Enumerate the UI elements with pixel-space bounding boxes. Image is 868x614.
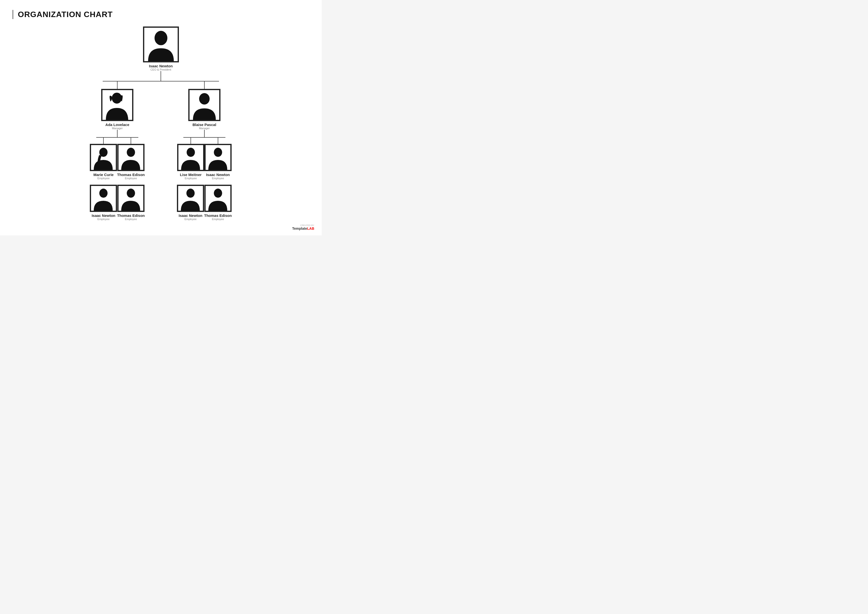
isaac-photo-ada-r2 bbox=[90, 185, 117, 212]
blaise-name: Blaise Pascal bbox=[192, 123, 216, 127]
svg-point-4 bbox=[99, 189, 108, 198]
thomas-photo-ada-r1 bbox=[117, 144, 144, 171]
marie-branch: Marie Curie Employee bbox=[90, 138, 117, 180]
marie-node: Marie Curie Employee bbox=[90, 144, 117, 180]
blaise-children-row2: Isaac Newton Employee bbox=[177, 185, 232, 221]
thomas-branch-ada-r2: Thomas Edison Employee bbox=[117, 185, 145, 221]
watermark: CREATED BY TemplateLAB bbox=[292, 224, 314, 230]
thomas-node-ada-r1: Thomas Edison Employee bbox=[117, 144, 145, 180]
isaac-photo-blaise-r1 bbox=[205, 144, 232, 171]
lise-node: Lise Meitner Employee bbox=[177, 144, 205, 180]
svg-point-3 bbox=[127, 148, 135, 157]
lise-photo bbox=[177, 144, 205, 171]
svg-point-9 bbox=[186, 189, 194, 198]
thomas-role-ada-r2: Employee bbox=[125, 218, 137, 221]
isaac-node-ada-r2: Isaac Newton Employee bbox=[90, 185, 117, 221]
thomas-branch-blaise-r2: Thomas Edison Employee bbox=[204, 185, 232, 221]
thomas-node-blaise-r2: Thomas Edison Employee bbox=[204, 185, 232, 221]
ada-v-connector bbox=[117, 81, 118, 89]
isaac-branch-ada-r2: Isaac Newton Employee bbox=[90, 185, 117, 221]
isaac-name-blaise-r1: Isaac Newton bbox=[206, 173, 230, 177]
isaac-branch-blaise-r1: Isaac Newton Employee bbox=[205, 138, 232, 180]
thomas-role-ada-r1: Employee bbox=[125, 177, 137, 180]
blaise-node: Blaise Pascal Manager bbox=[188, 89, 220, 130]
ceo-name: Isaac Newton bbox=[149, 64, 173, 68]
ada-name: Ada Lovelace bbox=[105, 123, 129, 127]
isaac-role-blaise-r2: Employee bbox=[184, 218, 197, 221]
page: ORGANIZATION CHART Isaac Newton CEO & Pr… bbox=[0, 0, 322, 235]
ada-children-v bbox=[117, 130, 118, 137]
watermark-template: Template bbox=[292, 227, 307, 230]
managers-row: Ada Lovelace Manager bbox=[12, 81, 309, 221]
ceo-photo bbox=[143, 26, 179, 62]
isaac-node-blaise-r1: Isaac Newton Employee bbox=[205, 144, 232, 180]
thomas-branch-ada-r1: Thomas Edison Employee bbox=[117, 138, 145, 180]
isaac-name-blaise-r2: Isaac Newton bbox=[179, 213, 202, 218]
thomas-photo-ada-r2 bbox=[117, 185, 144, 212]
isaac-branch-blaise-r2: Isaac Newton Employee bbox=[177, 185, 204, 221]
thomas-node-ada-r2: Thomas Edison Employee bbox=[117, 185, 145, 221]
isaac-name-ada-r2: Isaac Newton bbox=[91, 213, 115, 218]
ceo-role: CEO & President bbox=[150, 68, 171, 71]
blaise-role: Manager bbox=[199, 127, 209, 130]
lise-branch: Lise Meitner Employee bbox=[177, 138, 205, 180]
isaac-photo-blaise-r2 bbox=[177, 185, 204, 212]
isaac-role-ada-r2: Employee bbox=[98, 218, 110, 221]
thomas-name-ada-r1: Thomas Edison bbox=[117, 173, 145, 177]
ada-role: Manager bbox=[112, 127, 122, 130]
svg-point-1 bbox=[112, 93, 122, 104]
blaise-children-row1: Lise Meitner Employee bbox=[177, 138, 232, 180]
lise-name: Lise Meitner bbox=[180, 173, 202, 177]
svg-point-5 bbox=[127, 189, 135, 198]
svg-point-7 bbox=[186, 148, 195, 157]
thomas-name-blaise-r2: Thomas Edison bbox=[204, 213, 232, 218]
ada-children-row1: Marie Curie Employee bbox=[90, 138, 145, 180]
ada-children-row2: Isaac Newton Employee bbox=[90, 185, 145, 221]
blaise-children-v bbox=[204, 130, 205, 137]
marie-photo bbox=[90, 144, 117, 171]
blaise-photo bbox=[188, 89, 220, 121]
thomas-photo-blaise-r2 bbox=[205, 185, 232, 212]
svg-point-10 bbox=[214, 189, 222, 198]
marie-role: Employee bbox=[98, 177, 110, 180]
blaise-v-connector bbox=[204, 81, 205, 89]
isaac-node-blaise-r2: Isaac Newton Employee bbox=[177, 185, 204, 221]
blaise-branch: Blaise Pascal Manager bbox=[177, 81, 232, 221]
ada-branch: Ada Lovelace Manager bbox=[90, 81, 145, 221]
org-chart: Isaac Newton CEO & President bbox=[12, 26, 309, 221]
thomas-name-ada-r2: Thomas Edison bbox=[117, 213, 145, 218]
svg-point-6 bbox=[199, 93, 209, 104]
ceo-node: Isaac Newton CEO & President bbox=[143, 26, 179, 71]
thomas-role-blaise-r2: Employee bbox=[212, 218, 224, 221]
svg-point-8 bbox=[214, 148, 222, 157]
svg-point-0 bbox=[154, 31, 167, 45]
ceo-connector-v bbox=[161, 71, 161, 81]
ada-node: Ada Lovelace Manager bbox=[101, 89, 133, 130]
isaac-role-blaise-r1: Employee bbox=[212, 177, 224, 180]
ada-photo bbox=[101, 89, 133, 121]
marie-name: Marie Curie bbox=[93, 173, 113, 177]
watermark-created: CREATED BY bbox=[300, 224, 314, 227]
page-title: ORGANIZATION CHART bbox=[12, 10, 309, 19]
watermark-lab: LAB bbox=[307, 227, 314, 230]
lise-role: Employee bbox=[184, 177, 197, 180]
